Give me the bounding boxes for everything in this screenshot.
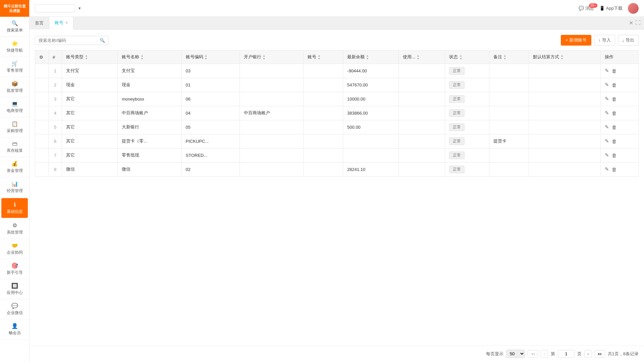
user-avatar[interactable]	[628, 3, 639, 14]
sort-icon-remark: ▲▼	[503, 54, 506, 60]
app-download-button[interactable]: 📱 App下载	[599, 5, 623, 11]
cell-remark-row2	[489, 78, 529, 92]
cell-status-row4: 正常	[445, 106, 489, 120]
delete-icon-row5[interactable]: 🗑	[612, 124, 617, 130]
main-container: ▾ 💬 消息 99+ 📱 App下载 首页账号× ✕ ⛶	[30, 0, 644, 362]
status-badge-row1: 正常	[449, 67, 465, 75]
sidebar-item-member[interactable]: 👤畅会员	[0, 319, 29, 340]
col-header-usage[interactable]: 使用...▲▼	[399, 51, 445, 64]
prev-page-button[interactable]: ‹	[541, 350, 548, 358]
cell-account-row1	[303, 64, 343, 78]
guide-icon: 🎯	[2, 262, 27, 269]
sidebar-item-wechat[interactable]: 💬企业微信	[0, 299, 29, 319]
col-header-bank[interactable]: 开户银行▲▼	[239, 51, 303, 64]
topbar: ▾ 💬 消息 99+ 📱 App下载	[30, 0, 644, 17]
page-size-label: 每页显示	[486, 351, 503, 357]
sidebar-item-wholesale[interactable]: 📦批发管理	[0, 77, 29, 97]
page-label: 第	[551, 351, 555, 357]
settings-col-icon[interactable]: ⚙	[39, 55, 43, 60]
tab-close-all-icon[interactable]: ✕	[629, 20, 633, 26]
sidebar-item-quick-nav[interactable]: ⭐快捷导航	[0, 37, 29, 57]
operation-icon: 📊	[2, 181, 27, 187]
tab-maximize-icon[interactable]: ⛶	[635, 20, 641, 26]
edit-icon-row8[interactable]: ✎	[605, 166, 609, 172]
export-button[interactable]: ↓ 导出	[618, 35, 639, 46]
search-icon[interactable]: 🔍	[100, 38, 105, 43]
edit-icon-row5[interactable]: ✎	[605, 124, 609, 130]
cell-bank-row8	[239, 162, 303, 176]
col-header-remark[interactable]: 备注▲▼	[489, 51, 529, 64]
col-header-account[interactable]: 账号▲▼	[303, 51, 343, 64]
app-center-icon: 🔲	[2, 283, 27, 289]
sidebar-item-guide[interactable]: 🎯新手引导	[0, 259, 29, 279]
sidebar-item-search[interactable]: 🔍搜索菜单	[0, 17, 29, 37]
topbar-search-input[interactable]	[35, 4, 75, 12]
last-page-button[interactable]: ⏭	[595, 350, 605, 358]
table-row: 1支付宝支付宝03-90444.00正常✎🗑	[35, 64, 639, 78]
import-icon: ↑	[598, 38, 601, 43]
edit-icon-row1[interactable]: ✎	[605, 68, 609, 74]
cell-name-row6: 提货卡（零...	[118, 134, 181, 148]
delete-icon-row8[interactable]: 🗑	[612, 167, 617, 172]
sort-icon-type: ▲▼	[85, 54, 88, 60]
page-size-select[interactable]: 50 100 200	[506, 350, 525, 358]
cell-bank-row7	[239, 148, 303, 162]
cell-usage-row1	[399, 64, 445, 78]
col-header-settle[interactable]: 默认结算方式▲▼	[529, 51, 600, 64]
sort-icon-account: ▲▼	[318, 54, 321, 60]
topbar-dropdown-icon[interactable]: ▾	[78, 6, 81, 11]
sidebar-item-system[interactable]: ⚙系统管理	[0, 219, 29, 239]
edit-icon-row2[interactable]: ✎	[605, 82, 609, 88]
sidebar-item-ecommerce[interactable]: 💻电商管理	[0, 97, 29, 117]
table-search-input[interactable]	[39, 38, 98, 43]
app-logo: 精斗云财生意 乐虎版	[0, 0, 29, 17]
delete-icon-row3[interactable]: 🗑	[612, 96, 617, 102]
delete-icon-row6[interactable]: 🗑	[612, 138, 617, 144]
cell-status-row2: 正常	[445, 78, 489, 92]
cell-num-row2: 2	[49, 78, 62, 92]
edit-icon-row7[interactable]: ✎	[605, 152, 609, 158]
sidebar: 精斗云财生意 乐虎版 🔍搜索菜单⭐快捷导航🛒零售管理📦批发管理💻电商管理📋采购管…	[0, 0, 30, 362]
cell-num-row4: 4	[49, 106, 62, 120]
sidebar-item-inventory[interactable]: 🗃库存核算	[0, 137, 29, 157]
message-badge: 99+	[589, 3, 597, 8]
total-label: 共1页，8条记录	[608, 351, 639, 357]
col-header-code[interactable]: 账号编码▲▼	[181, 51, 239, 64]
tab-home[interactable]: 首页	[30, 17, 49, 29]
delete-icon-row7[interactable]: 🗑	[612, 153, 617, 158]
delete-icon-row2[interactable]: 🗑	[612, 82, 617, 88]
edit-icon-row4[interactable]: ✎	[605, 110, 609, 116]
cell-num-row6: 6	[49, 134, 62, 148]
import-button[interactable]: ↑ 导入	[594, 35, 615, 46]
page-number-input[interactable]	[558, 350, 575, 358]
sidebar-item-basic[interactable]: ℹ基础信息	[1, 198, 28, 218]
col-header-balance[interactable]: 最新余额▲▼	[343, 51, 399, 64]
sidebar-item-agreement[interactable]: 🤝企业协同	[0, 239, 29, 259]
delete-icon-row1[interactable]: 🗑	[612, 68, 617, 74]
table-row: 8微信微信0228241.10正常✎🗑	[35, 162, 639, 176]
first-page-button[interactable]: ⏮	[528, 350, 538, 358]
sidebar-item-app-center[interactable]: 🔲应用中心	[0, 279, 29, 299]
cell-action-row5: ✎🗑	[601, 120, 639, 134]
status-badge-row6: 正常	[449, 137, 465, 145]
cell-code-row2: 01	[181, 78, 239, 92]
cell-action-row3: ✎🗑	[601, 92, 639, 106]
edit-icon-row6[interactable]: ✎	[605, 138, 609, 144]
tab-close-account[interactable]: ×	[65, 20, 68, 25]
sidebar-item-retail[interactable]: 🛒零售管理	[0, 57, 29, 77]
sidebar-item-operation[interactable]: 📊经营管理	[0, 177, 29, 197]
col-header-type[interactable]: 账号类型▲▼	[62, 51, 118, 64]
cell-settle-row7	[529, 148, 600, 162]
delete-icon-row4[interactable]: 🗑	[612, 110, 617, 116]
edit-icon-row3[interactable]: ✎	[605, 96, 609, 102]
col-header-status[interactable]: 状态▲▼	[445, 51, 489, 64]
sidebar-item-purchase[interactable]: 📋采购管理	[0, 117, 29, 137]
message-button[interactable]: 💬 消息 99+	[579, 5, 594, 11]
add-account-button[interactable]: + 新增账号	[561, 35, 591, 46]
next-page-button[interactable]: ›	[584, 350, 592, 358]
col-header-name[interactable]: 账号名称▲▼	[118, 51, 181, 64]
tab-account[interactable]: 账号×	[49, 17, 73, 29]
table-search-box[interactable]: 🔍	[35, 36, 109, 45]
cell-type-row1: 支付宝	[62, 64, 118, 78]
sidebar-item-finance[interactable]: 💰资金管理	[0, 157, 29, 177]
